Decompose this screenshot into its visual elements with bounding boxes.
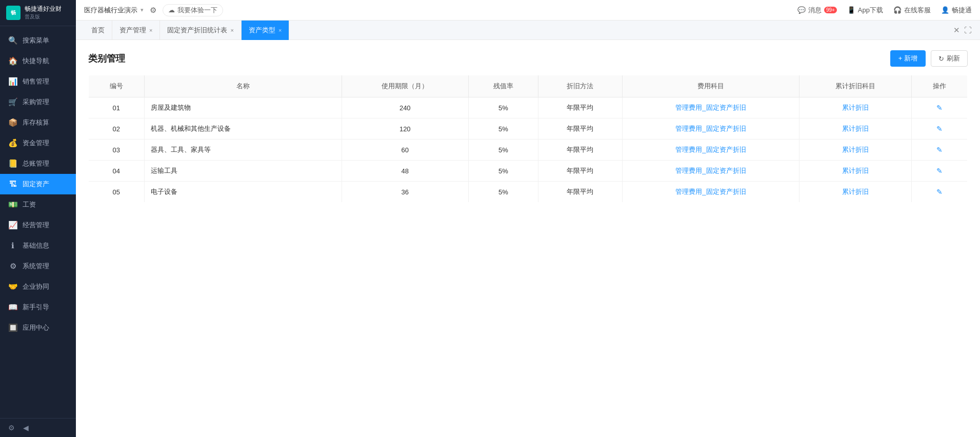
sidebar-item-basic[interactable]: ℹ 基础信息 <box>0 235 76 256</box>
sidebar-item-operations[interactable]: 📈 经营管理 <box>0 215 76 235</box>
user-profile-button[interactable]: 👤 畅捷通 <box>941 6 972 15</box>
content-area: 类别管理 + 新增 ↻ 刷新 编号 名称 使用期限（月） 残值率 折旧方法 费用… <box>76 40 980 437</box>
tabs-bar: 首页 资产管理 × 固定资产折旧统计表 × 资产类型 × ✕ ⛶ <box>76 21 980 40</box>
close-icon[interactable]: × <box>230 27 233 33</box>
cell-salvage: 5% <box>468 140 538 161</box>
sidebar-header: 畅 畅捷通好业财 普及版 <box>0 0 76 26</box>
messages-label: 消息 <box>808 6 822 15</box>
col-header-action: 操作 <box>912 75 968 97</box>
close-icon[interactable]: × <box>278 27 282 33</box>
tab-asset-type[interactable]: 资产类型 × <box>242 21 289 40</box>
cell-name: 房屋及建筑物 <box>144 97 342 118</box>
sidebar-item-sales[interactable]: 📊 销售管理 <box>0 71 76 92</box>
sales-icon: 📊 <box>8 77 17 86</box>
sidebar-item-search[interactable]: 🔍 搜索菜单 <box>0 30 76 51</box>
sidebar-item-salary[interactable]: 💵 工资 <box>0 194 76 215</box>
customer-service-button[interactable]: 🎧 在线客服 <box>893 6 931 15</box>
app-download-label: App下载 <box>858 6 883 15</box>
cell-action[interactable]: ✎ <box>912 140 968 161</box>
tab-asset-type-label: 资产类型 <box>249 26 275 35</box>
sidebar-item-fixed[interactable]: 🏗 固定资产 <box>0 174 76 194</box>
sidebar-item-label: 搜索菜单 <box>23 36 49 45</box>
sidebar-item-quicknav[interactable]: 🏠 快捷导航 <box>0 51 76 71</box>
sidebar-item-label: 库存核算 <box>23 118 49 127</box>
cell-expense: 管理费用_固定资产折旧 <box>622 97 799 118</box>
cell-action[interactable]: ✎ <box>912 161 968 182</box>
col-header-method: 折旧方法 <box>538 75 622 97</box>
capital-icon: 💰 <box>8 138 17 148</box>
cell-name: 运输工具 <box>144 161 342 182</box>
new-button[interactable]: + 新增 <box>890 50 926 67</box>
col-header-expense: 费用科目 <box>622 75 799 97</box>
app-logo-name: 畅捷通好业财 <box>25 5 62 13</box>
tab-actions: ✕ ⛶ <box>953 26 972 35</box>
cell-action[interactable]: ✎ <box>912 182 968 203</box>
refresh-icon: ↻ <box>938 55 944 63</box>
cell-name: 机器、机械和其他生产设备 <box>144 118 342 140</box>
sidebar-item-label: 资金管理 <box>23 138 49 148</box>
cell-action[interactable]: ✎ <box>912 97 968 118</box>
chevron-down-icon: ▾ <box>141 7 144 13</box>
tab-home-label: 首页 <box>91 26 105 35</box>
tab-home[interactable]: 首页 <box>84 21 112 40</box>
tab-depreciation-table-label: 固定资产折旧统计表 <box>167 26 227 35</box>
user-icon: 👤 <box>941 6 949 14</box>
edit-icon[interactable]: ✎ <box>936 125 943 133</box>
sidebar-item-system[interactable]: ⚙ 系统管理 <box>0 256 76 276</box>
cell-accumulated: 累计折旧 <box>799 140 912 161</box>
tab-asset-management[interactable]: 资产管理 × <box>112 21 160 40</box>
fixed-assets-icon: 🏗 <box>8 180 17 189</box>
cell-id: 05 <box>89 182 145 203</box>
appstore-icon: 🔲 <box>8 323 17 332</box>
message-badge: 99+ <box>824 7 837 13</box>
sidebar-item-ledger[interactable]: 📒 总账管理 <box>0 153 76 174</box>
cell-method: 年限平均 <box>538 118 622 140</box>
collapse-footer-icon[interactable]: ◀ <box>23 424 29 432</box>
edit-icon[interactable]: ✎ <box>936 188 943 196</box>
page-title: 类别管理 <box>88 52 125 65</box>
sidebar-item-purchase[interactable]: 🛒 采购管理 <box>0 92 76 112</box>
cell-expense: 管理费用_固定资产折旧 <box>622 140 799 161</box>
maximize-icon[interactable]: ⛶ <box>964 26 972 35</box>
cell-method: 年限平均 <box>538 140 622 161</box>
close-window-icon[interactable]: ✕ <box>953 26 960 35</box>
cell-accumulated: 累计折旧 <box>799 118 912 140</box>
cell-period: 120 <box>342 118 468 140</box>
table-row: 05 电子设备 36 5% 年限平均 管理费用_固定资产折旧 累计折旧 ✎ <box>89 182 968 203</box>
cell-expense: 管理费用_固定资产折旧 <box>622 161 799 182</box>
sidebar-item-appstore[interactable]: 🔲 应用中心 <box>0 317 76 338</box>
sidebar-item-label: 采购管理 <box>23 97 49 107</box>
sidebar-nav: 🔍 搜索菜单 🏠 快捷导航 📊 销售管理 🛒 采购管理 📦 库存核算 💰 资金管… <box>0 26 76 418</box>
gear-icon[interactable]: ⚙ <box>150 6 156 15</box>
headset-icon: 🎧 <box>893 6 902 14</box>
experience-button[interactable]: ☁ 我要体验一下 <box>163 4 223 16</box>
edit-icon[interactable]: ✎ <box>936 146 943 154</box>
col-header-id: 编号 <box>89 75 145 97</box>
col-header-name: 名称 <box>144 75 342 97</box>
app-download-button[interactable]: 📱 App下载 <box>847 6 883 15</box>
cell-salvage: 5% <box>468 118 538 140</box>
cell-action[interactable]: ✎ <box>912 118 968 140</box>
enterprise-icon: 🤝 <box>8 282 17 291</box>
experience-label: 我要体验一下 <box>177 6 217 15</box>
cell-salvage: 5% <box>468 161 538 182</box>
messages-button[interactable]: 💬 消息 99+ <box>797 6 837 15</box>
cell-period: 36 <box>342 182 468 203</box>
settings-footer-icon[interactable]: ⚙ <box>8 424 15 432</box>
sidebar-item-inventory[interactable]: 📦 库存核算 <box>0 112 76 133</box>
company-selector[interactable]: 医疗器械行业演示 ▾ <box>84 6 144 15</box>
table-row: 01 房屋及建筑物 240 5% 年限平均 管理费用_固定资产折旧 累计折旧 ✎ <box>89 97 968 118</box>
sidebar-item-enterprise[interactable]: 🤝 企业协同 <box>0 276 76 297</box>
tab-depreciation-table[interactable]: 固定资产折旧统计表 × <box>160 21 241 40</box>
cell-id: 02 <box>89 118 145 140</box>
edit-icon[interactable]: ✎ <box>936 104 943 112</box>
edit-icon[interactable]: ✎ <box>936 167 943 175</box>
guide-icon: 📖 <box>8 303 17 312</box>
close-icon[interactable]: × <box>149 27 152 33</box>
refresh-button[interactable]: ↻ 刷新 <box>931 50 968 67</box>
page-header: 类别管理 + 新增 ↻ 刷新 <box>88 50 968 67</box>
ledger-icon: 📒 <box>8 159 17 168</box>
sidebar-item-guide[interactable]: 📖 新手引导 <box>0 297 76 317</box>
cell-period: 48 <box>342 161 468 182</box>
sidebar-item-capital[interactable]: 💰 资金管理 <box>0 133 76 153</box>
